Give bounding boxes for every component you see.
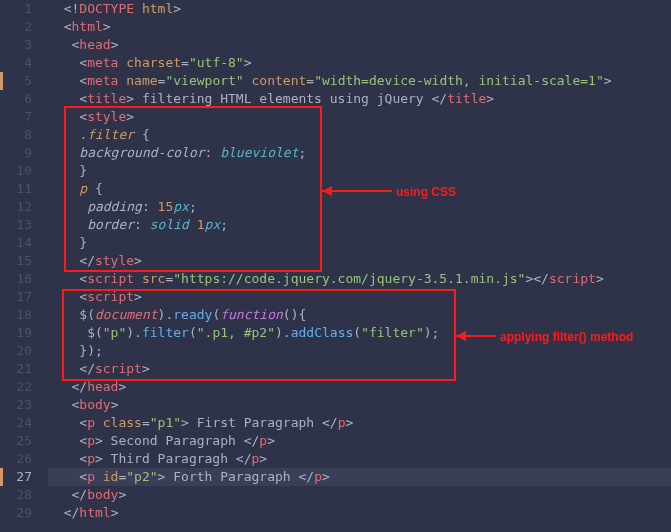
code-line: border: solid 1px;	[48, 216, 671, 234]
code-line: </head>	[48, 378, 671, 396]
line-number-gutter: 1234567891011121314151617181920212223242…	[0, 0, 42, 532]
code-line: p {	[48, 180, 671, 198]
code-line: </style>	[48, 252, 671, 270]
code-line: .filter {	[48, 126, 671, 144]
code-line: <head>	[48, 36, 671, 54]
code-line: }	[48, 162, 671, 180]
arrow-head-icon	[456, 331, 466, 341]
code-line: background-color: blueviolet;	[48, 144, 671, 162]
arrow-head-icon	[322, 186, 332, 196]
code-line: <title> filtering HTML elements using jQ…	[48, 90, 671, 108]
code-editor: 1234567891011121314151617181920212223242…	[0, 0, 671, 532]
code-line: </script>	[48, 360, 671, 378]
code-line: <meta name="viewport" content="width=dev…	[48, 72, 671, 90]
code-line: <style>	[48, 108, 671, 126]
code-line: <meta charset="utf-8">	[48, 54, 671, 72]
code-line: padding: 15px;	[48, 198, 671, 216]
gutter-mark	[0, 72, 3, 90]
code-line: </body>	[48, 486, 671, 504]
annotation-label-css: using CSS	[396, 183, 456, 201]
annotation-label-filter: applying filter() method	[500, 328, 633, 346]
code-line: <p> Second Paragraph </p>	[48, 432, 671, 450]
code-line: <p class="p1"> First Paragraph </p>	[48, 414, 671, 432]
code-line-active: <p id="p2"> Forth Paragraph </p>	[48, 468, 671, 486]
code-area: <!DOCTYPE html> <html> <head> <meta char…	[42, 0, 671, 532]
annotation-arrow	[322, 190, 392, 192]
code-line: <html>	[48, 18, 671, 36]
code-line: <script src="https://code.jquery.com/jqu…	[48, 270, 671, 288]
code-line: }	[48, 234, 671, 252]
code-line: </html>	[48, 504, 671, 522]
code-line: <!DOCTYPE html>	[48, 0, 671, 18]
code-line: <p> Third Paragragh </p>	[48, 450, 671, 468]
code-line: <script>	[48, 288, 671, 306]
gutter-mark	[0, 468, 3, 486]
code-line: <body>	[48, 396, 671, 414]
code-line: $(document).ready(function(){	[48, 306, 671, 324]
